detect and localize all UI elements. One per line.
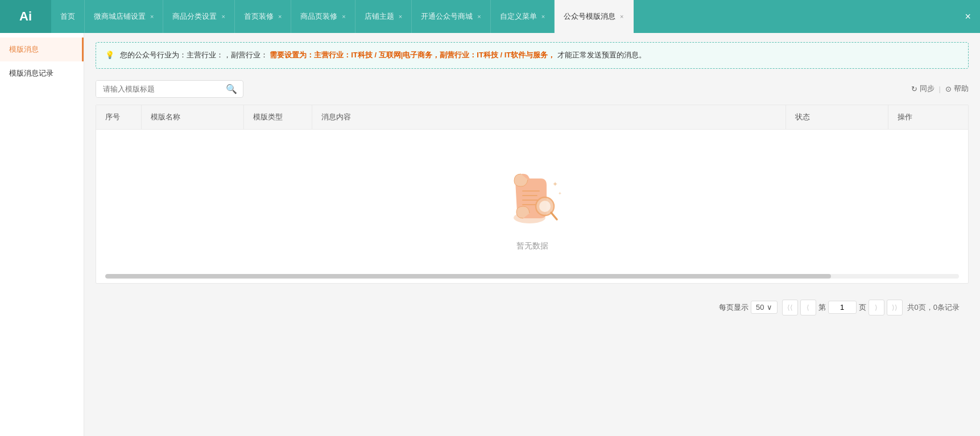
data-table: 序号 模版名称 模版类型 消息内容 状态 操作 [96,105,969,284]
tab-theme-close[interactable]: × [399,13,402,20]
tab-template-label: 公众号模版消息 [564,11,615,22]
prev-page-button[interactable]: ⟨ [800,300,816,315]
last-page-button[interactable]: ⟩⟩ [887,300,903,315]
tab-mall-label: 开通公众号商城 [421,11,473,22]
tab-bar: 首页 微商城店铺设置 × 商品分类设置 × 首页装修 × 商品页装修 × 店铺主… [51,0,956,33]
bulb-icon: 💡 [105,51,114,59]
tab-homepage[interactable]: 首页装修 × [235,0,291,33]
page-layout: 模版消息 模版消息记录 💡 您的公众号行业为：主营行业：，副营行业： 需要设置为… [0,33,980,436]
page-size-value: 50 [756,303,764,312]
sync-label: 同步 [920,84,934,94]
pagination: 每页显示 50 ∨ ⟨⟨ ⟨ 第 页 ⟩ ⟩⟩ 共0页，0条记录 [96,293,969,322]
alert-highlight: 需要设置为：主营行业：IT科技 / 互联网|电子商务，副营行业：IT科技 / I… [270,51,555,59]
col-type: 模版类型 [244,105,312,129]
tab-weshop-close[interactable]: × [150,13,154,20]
sidebar-item-template-record-label: 模版消息记录 [9,69,53,77]
svg-text:✦: ✦ [552,180,558,188]
top-navigation: Ai 首页 微商城店铺设置 × 商品分类设置 × 首页装修 × 商品页装修 × … [0,0,980,33]
tab-category[interactable]: 商品分类设置 × [163,0,234,33]
tab-weshop[interactable]: 微商城店铺设置 × [85,0,163,33]
svg-text:✦: ✦ [558,191,562,196]
tab-product-label: 商品页装修 [300,11,337,22]
app-logo: Ai [0,0,51,33]
page-prefix: 第 [818,302,826,313]
toolbar: 🔍 ↻ 同步 | ⊙ 帮助 [96,80,969,98]
help-icon: ⊙ [945,85,952,93]
svg-line-7 [551,213,557,219]
next-page-button[interactable]: ⟩ [869,300,884,315]
sidebar-item-template-message[interactable]: 模版消息 [0,38,84,61]
sidebar: 模版消息 模版消息记录 [0,33,84,436]
sidebar-item-template-message-label: 模版消息 [9,45,39,53]
tab-product-close[interactable]: × [342,13,345,20]
tab-homepage-label: 首页装修 [244,11,274,22]
page-navigation: ⟨⟨ ⟨ 第 页 ⟩ ⟩⟩ [782,300,903,315]
col-content: 消息内容 [312,105,786,129]
search-area: 🔍 [96,80,243,98]
col-name: 模版名称 [142,105,244,129]
tab-custommenu[interactable]: 自定义菜单 × [491,0,555,33]
chevron-down-icon: ∨ [767,303,772,312]
tab-category-close[interactable]: × [221,13,225,20]
table-header: 序号 模版名称 模版类型 消息内容 状态 操作 [96,105,968,130]
sync-button[interactable]: ↻ 同步 [911,84,934,94]
page-unit: 页 [859,302,866,313]
toolbar-right: ↻ 同步 | ⊙ 帮助 [911,84,969,94]
alert-box: 💡 您的公众号行业为：主营行业：，副营行业： 需要设置为：主营行业：IT科技 /… [96,42,969,69]
tab-weshop-label: 微商城店铺设置 [94,11,146,22]
help-label: 帮助 [954,84,969,94]
scrollbar-thumb[interactable] [105,274,831,279]
first-page-button[interactable]: ⟨⟨ [782,300,798,315]
col-index: 序号 [96,105,142,129]
help-button[interactable]: ⊙ 帮助 [945,84,969,94]
page-input[interactable] [828,301,857,314]
empty-text: 暂无数据 [516,241,548,251]
tab-home[interactable]: 首页 [51,0,85,33]
tab-home-label: 首页 [60,11,75,22]
search-button[interactable]: 🔍 [220,84,243,94]
tab-product[interactable]: 商品页装修 × [291,0,355,33]
sidebar-item-template-record[interactable]: 模版消息记录 [0,61,84,85]
svg-point-6 [539,201,551,212]
sync-icon: ↻ [911,85,917,93]
tab-category-label: 商品分类设置 [172,11,217,22]
toolbar-divider: | [939,85,941,93]
horizontal-scrollbar[interactable] [105,274,959,279]
alert-suffix: 才能正常发送预置的消息。 [557,51,646,59]
total-info: 共0页，0条记录 [907,302,960,313]
search-input[interactable] [96,81,220,97]
tab-custommenu-label: 自定义菜单 [500,11,537,22]
page-size-label: 每页显示 [719,302,749,313]
page-size-select: 每页显示 50 ∨ [719,301,777,314]
tab-homepage-close[interactable]: × [278,13,282,20]
col-status: 状态 [786,105,888,129]
tab-theme-label: 店铺主题 [365,11,394,22]
tab-mall-close[interactable]: × [477,13,481,20]
tab-custommenu-close[interactable]: × [541,13,545,20]
tab-template-close[interactable]: × [620,13,623,20]
close-all-button[interactable]: × [956,11,980,23]
alert-prefix: 您的公众号行业为：主营行业：，副营行业： [120,51,268,59]
tab-mall[interactable]: 开通公众号商城 × [412,0,490,33]
empty-state: ✦ ✦ 暂无数据 [96,130,968,274]
col-action: 操作 [888,105,968,129]
page-size-dropdown[interactable]: 50 ∨ [751,301,777,314]
tab-theme[interactable]: 店铺主题 × [355,0,412,33]
empty-icon: ✦ ✦ [498,164,567,232]
main-content: 💡 您的公众号行业为：主营行业：，副营行业： 需要设置为：主营行业：IT科技 /… [84,33,980,436]
scrollbar-container [96,274,968,283]
tab-template[interactable]: 公众号模版消息 × [555,0,633,33]
